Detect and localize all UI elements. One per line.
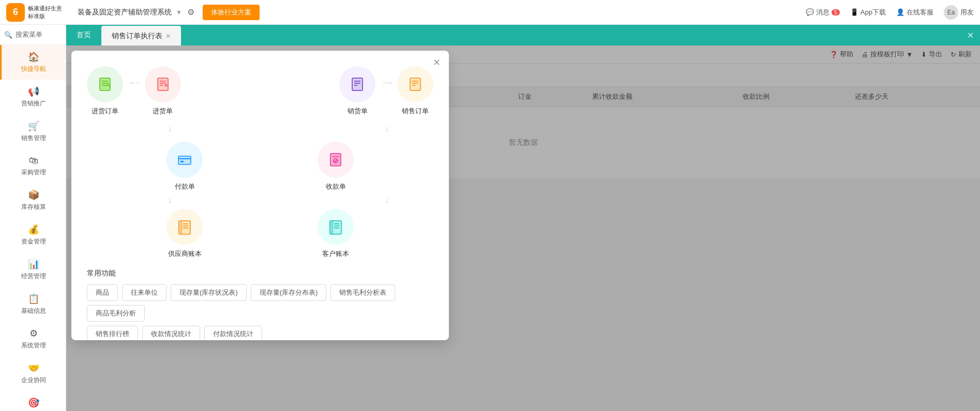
- sidebar-item-label: 销售管理: [21, 134, 46, 143]
- logo-text: 畅康通好生意 标准版: [28, 5, 62, 20]
- message-icon: 💬: [806, 8, 814, 16]
- gear-icon[interactable]: ⚙: [187, 7, 194, 17]
- sidebar-search[interactable]: 🔍 搜索菜单: [0, 25, 66, 45]
- svg-rect-16: [178, 156, 191, 164]
- dropdown-icon[interactable]: ▼: [176, 9, 182, 16]
- sidebar-item-label: 采购管理: [21, 168, 46, 177]
- experience-btn[interactable]: 体验行业方案: [203, 5, 260, 20]
- flow-row-1: 进货订单 - - - - → 进货单: [87, 66, 433, 116]
- flow-node-sales-bill[interactable]: 销货单: [339, 66, 375, 116]
- newbie-icon: 🎯: [28, 397, 39, 408]
- top-right: 💬 消息 5 📱 App下载 👤 在线客服 Ea 用友: [806, 5, 974, 20]
- purchase-order-label: 进货订单: [92, 106, 118, 116]
- down-arrow-1: ↓: [168, 124, 172, 133]
- sidebar-item-enterprise[interactable]: 🤝 企业协同: [0, 356, 66, 391]
- customer-ledger-label: 客户账本: [322, 249, 349, 258]
- modal-close-icon[interactable]: ✕: [433, 57, 441, 68]
- sidebar-item-basic-info[interactable]: 📋 基础信息: [0, 287, 66, 322]
- flow-down-arrows-2: ↓ ↓: [123, 195, 433, 205]
- home-icon: 🏠: [28, 51, 39, 63]
- receipt-label: 收款单: [326, 182, 346, 191]
- arrow-1: - - - - →: [123, 79, 145, 86]
- logo-icon: 6: [6, 3, 25, 22]
- svg-rect-0: [100, 78, 110, 90]
- tab-home[interactable]: 首页: [66, 25, 101, 45]
- purchase-bill-label: 进货单: [153, 106, 173, 116]
- sidebar-item-label: 资金管理: [21, 237, 46, 246]
- message-badge: 5: [832, 9, 840, 16]
- sidebar-item-marketing[interactable]: 📢 营销推广: [0, 80, 66, 114]
- sales-bill-label: 销货单: [348, 106, 368, 116]
- sidebar-item-purchase[interactable]: 🛍 采购管理: [0, 149, 66, 183]
- sidebar-item-system[interactable]: ⚙ 系统管理: [0, 322, 66, 356]
- svg-rect-8: [352, 78, 363, 90]
- purchase-order-icon: [87, 66, 123, 102]
- func-btn-4[interactable]: 销售毛利分析表: [330, 284, 395, 301]
- supplier-ledger-icon: [167, 209, 203, 245]
- sidebar-item-label: 营销推广: [21, 99, 46, 108]
- func-btn-7[interactable]: 收款情况统计: [142, 326, 200, 340]
- system-title-text: 装备及固定资产辅助管理系统: [78, 8, 172, 17]
- app-download-btn[interactable]: 📱 App下载: [850, 8, 886, 17]
- modal: ✕ 进货订单 - -: [71, 51, 449, 340]
- basic-info-icon: 📋: [28, 293, 39, 305]
- flow-node-supplier-ledger[interactable]: 供应商账本: [167, 209, 203, 258]
- purchase-bill-icon: [145, 66, 181, 102]
- sidebar-item-operations[interactable]: 📊 经营管理: [0, 252, 66, 287]
- common-functions: 常用功能 商品 往来单位 现存量(库存状况表) 现存量(库存分布表) 销售毛利分…: [87, 269, 433, 340]
- modal-overlay[interactable]: ✕ 进货订单 - -: [66, 45, 980, 411]
- inventory-icon: 📦: [28, 189, 39, 201]
- svg-rect-18: [180, 161, 184, 162]
- flow-node-receipt[interactable]: 收款单: [318, 142, 354, 191]
- function-buttons-row2: 销售排行榜 收款情况统计 付款情况统计: [87, 326, 433, 340]
- func-btn-3[interactable]: 现存量(库存分布表): [251, 284, 327, 301]
- sidebar-item-inventory[interactable]: 📦 库存核算: [0, 183, 66, 218]
- func-btn-8[interactable]: 付款情况统计: [204, 326, 262, 340]
- window-close-icon[interactable]: ✕: [967, 31, 974, 40]
- arrow-2: ← - - - -: [375, 79, 397, 86]
- tab-close-icon[interactable]: ✕: [165, 33, 171, 40]
- flow-node-sales-order[interactable]: 销售订单: [397, 66, 433, 116]
- payment-label: 付款单: [175, 182, 195, 191]
- sales-icon: 🛒: [28, 120, 39, 132]
- app-wrapper: 6 畅康通好生意 标准版 装备及固定资产辅助管理系统 ▼ ⚙ 体验行业方案 💬 …: [0, 0, 980, 411]
- receipt-icon: [318, 142, 354, 178]
- svg-rect-12: [410, 78, 420, 90]
- sidebar-item-label: 基础信息: [21, 307, 46, 315]
- sidebar-item-newbie[interactable]: 🎯 新手引导: [0, 391, 66, 411]
- tab-bar-right: ✕: [967, 31, 980, 40]
- func-btn-1[interactable]: 往来单位: [122, 284, 167, 301]
- avatar: Ea: [944, 5, 958, 20]
- sales-order-label: 销售订单: [402, 106, 429, 116]
- flow-node-payment[interactable]: 付款单: [167, 142, 203, 191]
- flow-node-purchase-bill[interactable]: 进货单: [145, 66, 181, 116]
- user-area[interactable]: Ea 用友: [944, 5, 974, 20]
- online-service-btn[interactable]: 👤 在线客服: [896, 8, 933, 17]
- tab-sales-order[interactable]: 销售订单执行表 ✕: [101, 26, 181, 47]
- sidebar-item-sales[interactable]: 🛒 销售管理: [0, 114, 66, 149]
- sidebar-item-label: 经营管理: [21, 272, 46, 281]
- sidebar-item-quick-nav[interactable]: 🏠 快捷导航: [0, 45, 66, 80]
- flow-node-customer-ledger[interactable]: 客户账本: [318, 209, 354, 258]
- func-btn-5[interactable]: 商品毛利分析: [87, 305, 145, 322]
- func-btn-0[interactable]: 商品: [87, 284, 118, 301]
- service-icon: 👤: [896, 8, 904, 16]
- sales-bill-icon: [339, 66, 375, 102]
- operations-icon: 📊: [28, 258, 39, 270]
- func-btn-6[interactable]: 销售排行榜: [87, 326, 138, 340]
- top-bar: 6 畅康通好生意 标准版 装备及固定资产辅助管理系统 ▼ ⚙ 体验行业方案 💬 …: [0, 0, 980, 25]
- sidebar-item-finance[interactable]: 💰 资金管理: [0, 218, 66, 252]
- enterprise-icon: 🤝: [28, 362, 39, 374]
- common-title: 常用功能: [87, 269, 433, 278]
- download-icon: 📱: [850, 8, 858, 16]
- message-btn[interactable]: 💬 消息 5: [806, 8, 840, 17]
- sidebar-item-label: 库存核算: [21, 203, 46, 211]
- flow-row-4: 供应商账本 客户账本: [87, 209, 433, 258]
- flow-node-purchase-order[interactable]: 进货订单: [87, 66, 123, 116]
- tab-bar: 首页 销售订单执行表 ✕ ✕: [66, 25, 980, 45]
- customer-ledger-icon: [318, 209, 354, 245]
- svg-rect-23: [179, 221, 182, 234]
- sidebar-item-label: 企业协同: [21, 376, 46, 385]
- func-btn-2[interactable]: 现存量(库存状况表): [171, 284, 247, 301]
- svg-rect-28: [330, 221, 333, 234]
